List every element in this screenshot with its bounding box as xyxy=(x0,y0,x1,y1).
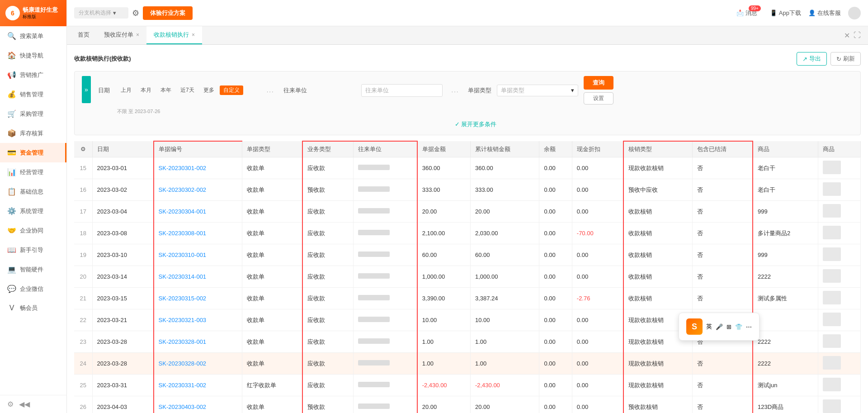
doc-no-link[interactable]: SK-20230331-002 xyxy=(159,382,207,389)
doc-no-link[interactable]: SK-20230310-001 xyxy=(159,252,207,258)
date-7days[interactable]: 近7天 xyxy=(177,85,198,95)
sidebar-item-cooperation[interactable]: 🤝 企业协同 xyxy=(0,221,66,240)
filter-dots-2[interactable]: ... xyxy=(448,87,463,94)
cell-balance: 0.00 xyxy=(539,331,572,353)
export-button[interactable]: ↗ 导出 xyxy=(797,52,827,66)
popup-mic-icon[interactable]: 🎤 xyxy=(716,323,723,330)
refresh-button[interactable]: ↻ 刷新 xyxy=(830,52,861,66)
col-header-gear[interactable]: ⚙ xyxy=(74,141,92,157)
filter-toggle-button[interactable]: » xyxy=(82,76,91,103)
doc-no-link[interactable]: SK-20230314-001 xyxy=(159,273,207,280)
table-row[interactable]: 24 2023-03-28 SK-20230328-002 收款单 应收款 1.… xyxy=(74,353,861,375)
expand-more-row[interactable]: ✓ 展开更多条件 xyxy=(98,119,853,130)
date-this-month[interactable]: 本月 xyxy=(137,85,155,95)
table-row[interactable]: 16 2023-03-02 SK-20230302-002 收款单 预收款 33… xyxy=(74,179,861,201)
table-row[interactable]: 19 2023-03-10 SK-20230310-001 收款单 应收款 60… xyxy=(74,244,861,266)
tab-home-label: 首页 xyxy=(78,31,90,39)
sidebar-item-basic[interactable]: 📋 基础信息 xyxy=(0,182,66,201)
gear-icon[interactable]: ⚙ xyxy=(132,8,139,18)
branch-select[interactable]: 分支机构选择 ▾ xyxy=(74,7,128,19)
sidebar-item-quick-nav[interactable]: 🏠 快捷导航 xyxy=(0,46,66,65)
cell-include-settled: 否 xyxy=(693,266,753,288)
doc-no-link[interactable]: SK-20230315-002 xyxy=(159,295,207,302)
table-row[interactable]: 26 2023-04-03 SK-20230403-002 收款单 预收款 20… xyxy=(74,396,861,413)
date-this-year[interactable]: 本年 xyxy=(157,85,175,95)
sidebar-item-marketing[interactable]: 📢 营销推广 xyxy=(0,65,66,85)
cell-doc-type: 收款单 xyxy=(242,288,302,309)
popup-shirt-icon[interactable]: 👕 xyxy=(735,323,742,330)
cell-discount: 0.00 xyxy=(572,266,623,288)
collapse-icon[interactable]: ◀◀ xyxy=(19,400,30,408)
doc-no-link[interactable]: SK-20230308-001 xyxy=(159,230,207,237)
app-download-button[interactable]: 📱 App下载 xyxy=(770,9,801,17)
message-icon: 📩 xyxy=(736,9,744,16)
sidebar-item-inventory[interactable]: 📦 库存核算 xyxy=(0,123,66,143)
table-row[interactable]: 18 2023-03-08 SK-20230308-001 收款单 应收款 2,… xyxy=(74,223,861,244)
guide-icon: 📖 xyxy=(7,246,16,254)
sidebar-item-wechat[interactable]: 💬 企业微信 xyxy=(0,279,66,299)
cell-amount: 20.00 xyxy=(417,396,471,413)
doc-no-link[interactable]: SK-20230403-002 xyxy=(159,404,207,410)
sidebar: 6 畅康道好生意 标推版 🔍 搜索菜单 🏠 快捷导航 📢 营销推广 💰 销售管理… xyxy=(0,0,67,413)
cell-biz-type: 应收款 xyxy=(302,223,354,244)
filter-settings-button[interactable]: 设置 xyxy=(584,92,613,104)
tab-collection-close[interactable]: × xyxy=(192,32,195,38)
sidebar-item-purchase[interactable]: 🛒 采购管理 xyxy=(0,104,66,123)
cell-unit xyxy=(354,309,417,331)
table-row[interactable]: 25 2023-03-31 SK-20230331-002 红字收款单 应收款 … xyxy=(74,375,861,396)
tab-receivable[interactable]: 预收应付单 × xyxy=(97,26,146,44)
doc-no-link[interactable]: SK-20230302-002 xyxy=(159,186,207,193)
sidebar-item-hardware[interactable]: 💻 智能硬件 xyxy=(0,260,66,279)
cell-goods2 xyxy=(818,244,860,266)
doc-no-link[interactable]: SK-20230304-001 xyxy=(159,208,207,215)
table-row[interactable]: 17 2023-03-04 SK-20230304-001 收款单 应收款 20… xyxy=(74,201,861,223)
tab-receivable-close[interactable]: × xyxy=(136,32,139,38)
cell-goods2 xyxy=(818,288,860,309)
date-more[interactable]: 更多 xyxy=(200,85,218,95)
message-button[interactable]: 📩 消息 99+ xyxy=(736,9,757,17)
custom-date-button[interactable]: 自定义 xyxy=(220,85,243,95)
doc-type-select[interactable]: 单据类型 ▾ xyxy=(497,85,578,96)
doc-no-link[interactable]: SK-20230328-001 xyxy=(159,338,207,345)
settings-footer-icon[interactable]: ⚙ xyxy=(7,400,14,408)
filter-dots[interactable]: ... xyxy=(263,87,278,94)
doc-no-link[interactable]: SK-20230328-002 xyxy=(159,360,207,367)
doc-no-link[interactable]: SK-20230301-002 xyxy=(159,165,207,171)
tab-home[interactable]: 首页 xyxy=(71,26,97,44)
cell-discount: -2.76 xyxy=(572,288,623,309)
doc-no-link[interactable]: SK-20230321-003 xyxy=(159,317,207,323)
cell-amount: 360.00 xyxy=(417,157,471,179)
table-row[interactable]: 20 2023-03-14 SK-20230314-001 收款单 应收款 1,… xyxy=(74,266,861,288)
user-avatar[interactable] xyxy=(848,7,861,19)
cell-goods: 2222 xyxy=(753,353,818,375)
sidebar-item-member[interactable]: V 畅会员 xyxy=(0,299,66,318)
sidebar-item-finance[interactable]: 💳 资金管理 xyxy=(0,143,66,162)
cell-cancel-amount: 1,000.00 xyxy=(470,266,539,288)
cell-cancel-amount: 2,030.00 xyxy=(470,223,539,244)
sidebar-item-guide[interactable]: 📖 新手引导 xyxy=(0,240,66,260)
online-service-button[interactable]: 👤 在线客服 xyxy=(808,9,841,17)
unit-input[interactable]: 往来单位 xyxy=(361,84,443,97)
date-shortcuts: 上月 本月 本年 近7天 更多 自定义 xyxy=(117,85,243,95)
sidebar-item-system[interactable]: ⚙️ 系统管理 xyxy=(0,201,66,221)
date-last-month[interactable]: 上月 xyxy=(117,85,135,95)
table-row[interactable]: 15 2023-03-01 SK-20230301-002 收款单 应收款 36… xyxy=(74,157,861,179)
cell-goods: 123D商品 xyxy=(753,396,818,413)
query-button[interactable]: 查询 xyxy=(584,76,613,90)
solution-button[interactable]: 体验行业方案 xyxy=(143,6,193,20)
sidebar-item-operation[interactable]: 📊 经营管理 xyxy=(0,162,66,182)
cell-biz-type: 预收款 xyxy=(302,396,354,413)
close-window-icon[interactable]: ✕ xyxy=(844,31,850,40)
cell-cancel-amount: 1.00 xyxy=(470,331,539,353)
cell-unit xyxy=(354,157,417,179)
maximize-window-icon[interactable]: ⛶ xyxy=(854,31,861,40)
sidebar-item-sales[interactable]: 💰 销售管理 xyxy=(0,85,66,104)
table-row[interactable]: 21 2023-03-15 SK-20230315-002 收款单 应收款 3,… xyxy=(74,288,861,309)
popup-more-icon[interactable]: ⋯ xyxy=(746,323,752,330)
tab-collection[interactable]: 收款核销执行 × xyxy=(146,26,202,44)
finance-icon: 💳 xyxy=(7,148,16,157)
cell-doc-no: SK-20230328-002 xyxy=(154,353,242,375)
popup-grid-icon[interactable]: ⊞ xyxy=(726,323,731,330)
sidebar-item-search[interactable]: 🔍 搜索菜单 xyxy=(0,26,66,46)
cell-include-settled: 否 xyxy=(693,353,753,375)
